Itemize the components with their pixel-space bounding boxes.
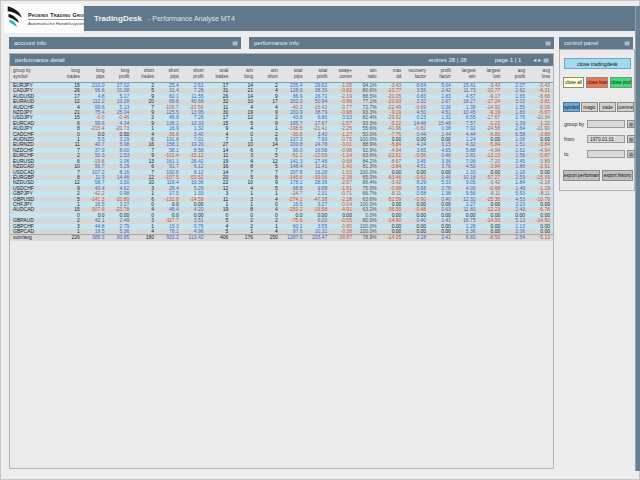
account-info-dropdown[interactable]: account info ▤: [9, 37, 241, 49]
control-panel-header[interactable]: control panel ▤: [559, 37, 633, 49]
performance-detail-panel: performance detail entries 28 | 28 page …: [9, 53, 554, 469]
export-history-button[interactable]: export history: [602, 170, 633, 181]
column-header[interactable]: totalpips: [281, 66, 306, 83]
app-title: TradingDesk: [94, 14, 142, 23]
value-cell: 6.80: [454, 235, 479, 241]
logo: Phoenix Trading Group Automatische Hande…: [4, 4, 83, 33]
app-window: Phoenix Trading Group Automatische Hande…: [0, 0, 640, 480]
column-header[interactable]: shorttrades: [132, 66, 157, 83]
vertical-scrollbar[interactable]: [635, 6, 640, 471]
performance-info-dropdown[interactable]: performance info ▤: [249, 37, 554, 49]
to-label: to: [564, 151, 568, 157]
symbol-cell: sum/avg: [10, 235, 58, 241]
from-date-input[interactable]: [587, 135, 625, 143]
column-header[interactable]: winshort: [256, 66, 281, 83]
value-cell: 93.85: [108, 235, 133, 241]
value-cell: 78.9%: [355, 235, 380, 241]
close-loss-button[interactable]: close loss: [586, 77, 608, 88]
to-calendar-icon[interactable]: ▦: [627, 150, 635, 158]
column-header[interactable]: maxdd: [380, 66, 405, 83]
value-cell: 113.42: [182, 235, 207, 241]
column-header[interactable]: recoveryfactor: [404, 66, 429, 83]
control-panel-label: control panel: [564, 40, 598, 46]
column-header[interactable]: shortpips: [157, 66, 182, 83]
summary-row[interactable]: sum/avg226388.393.85180933.2113.42406176…: [10, 235, 553, 241]
value-cell: 1287.6: [281, 235, 306, 241]
group-by-magic-button[interactable]: magic: [581, 102, 598, 112]
to-date-input[interactable]: [587, 150, 625, 158]
column-header[interactable]: longtrades: [58, 66, 83, 83]
column-header[interactable]: largestlost: [479, 66, 504, 83]
column-header[interactable]: avgprofit: [503, 66, 528, 83]
value-cell: 150: [256, 235, 281, 241]
value-cell: 203.47: [305, 235, 330, 241]
logo-title: Phoenix Trading Group: [28, 12, 89, 18]
panel-menu-icon[interactable]: ▤: [232, 40, 238, 46]
column-header[interactable]: avgloss: [528, 66, 553, 83]
pages-icon[interactable]: ▤: [543, 57, 549, 63]
close-profit-button[interactable]: close profit: [610, 77, 632, 88]
performance-detail-header: performance detail entries 28 | 28 page …: [10, 54, 553, 66]
from-label: from: [564, 136, 574, 142]
panel-menu-icon[interactable]: ▤: [545, 40, 551, 46]
next-page-icon[interactable]: ▸: [538, 57, 541, 63]
entries-count: entries 28 | 28: [429, 57, 467, 63]
group-by-input[interactable]: [587, 120, 625, 128]
close-tradingdesk-button[interactable]: close tradingdesk: [564, 58, 631, 69]
value-cell: 226: [58, 235, 83, 241]
phoenix-bird-icon: [6, 5, 26, 33]
export-performance-button[interactable]: export performance: [563, 170, 600, 181]
value-cell: -5.13: [528, 235, 553, 241]
group-by-picker-icon[interactable]: ▦: [627, 120, 635, 128]
value-cell: 176: [231, 235, 256, 241]
logo-subtitle: Automatische Handelssysteme: [28, 19, 89, 26]
app-subtitle: - Performance Analyse MT4: [148, 15, 235, 22]
account-info-label: account info: [14, 40, 46, 46]
value-cell: -8.50: [479, 235, 504, 241]
column-header[interactable]: totaltrades: [207, 66, 232, 83]
column-header[interactable]: longprofit: [108, 66, 133, 83]
group-by-label: group by: [564, 121, 584, 127]
column-header[interactable]: largestwin: [454, 66, 479, 83]
value-cell: -39.87: [330, 235, 355, 241]
group-by-comment-button[interactable]: comment: [617, 102, 634, 112]
column-header[interactable]: longpips: [83, 66, 108, 83]
column-header[interactable]: group bysymbol: [10, 66, 58, 83]
value-cell: 406: [207, 235, 232, 241]
group-by-symbol-button[interactable]: symbol: [563, 102, 580, 112]
title-bar: TradingDesk - Performance Analyse MT4: [84, 6, 635, 31]
performance-table: group bysymbollongtradeslongpipslongprof…: [10, 66, 553, 241]
group-by-trade-button[interactable]: trade: [599, 102, 616, 112]
value-cell: 2.54: [503, 235, 528, 241]
value-cell: -14.05: [380, 235, 405, 241]
column-header[interactable]: profitfactor: [429, 66, 454, 83]
value-cell: 2.41: [429, 235, 454, 241]
column-header[interactable]: totalprofit: [305, 66, 330, 83]
performance-detail-title: performance detail: [15, 57, 65, 63]
value-cell: 2.18: [404, 235, 429, 241]
column-header[interactable]: winlong: [231, 66, 256, 83]
page-indicator: page 1 | 1: [495, 57, 522, 63]
value-cell: 388.3: [83, 235, 108, 241]
from-calendar-icon[interactable]: ▦: [627, 135, 635, 143]
value-cell: 933.2: [157, 235, 182, 241]
value-cell: 180: [132, 235, 157, 241]
close-all-button[interactable]: close all: [563, 77, 584, 88]
column-header[interactable]: winratio: [355, 66, 380, 83]
performance-info-label: performance info: [254, 40, 299, 46]
control-panel: close tradingdesk close all close loss c…: [559, 49, 635, 191]
column-header[interactable]: shortprofit: [182, 66, 207, 83]
panel-menu-icon[interactable]: ▤: [624, 40, 630, 46]
prev-page-icon[interactable]: ◂: [533, 57, 536, 63]
column-header[interactable]: swap+comm: [330, 66, 355, 83]
